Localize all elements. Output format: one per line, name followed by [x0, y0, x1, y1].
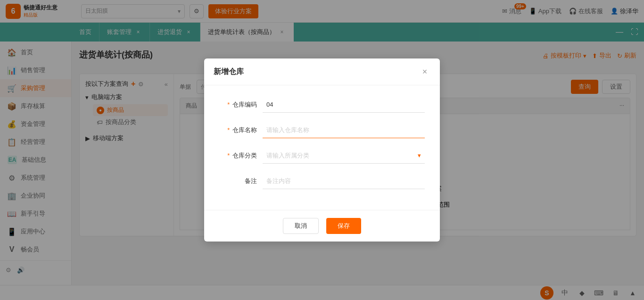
new-warehouse-dialog: 新增仓库 × * 仓库编码 * 仓库名称: [204, 58, 440, 242]
form-row-name: * 仓库名称: [219, 122, 425, 138]
required-star: *: [227, 101, 230, 108]
save-button[interactable]: 保存: [326, 218, 361, 234]
modal-overlay[interactable]: 新增仓库 × * 仓库编码 * 仓库名称: [0, 0, 644, 300]
form-row-code: * 仓库编码: [219, 97, 425, 113]
note-input[interactable]: [263, 173, 425, 189]
dialog-body: * 仓库编码 * 仓库名称 * 仓库分类 请输入: [204, 85, 440, 210]
dialog-close-button[interactable]: ×: [419, 66, 430, 77]
name-input[interactable]: [263, 122, 425, 138]
note-label: 备注: [219, 177, 257, 185]
form-row-note: 备注: [219, 173, 425, 189]
dialog-title: 新增仓库: [214, 67, 244, 77]
required-star-cat: *: [227, 152, 230, 159]
name-label: * 仓库名称: [219, 126, 257, 134]
code-input[interactable]: [263, 97, 425, 113]
category-placeholder: 请输入所属分类: [266, 151, 309, 160]
code-label: * 仓库编码: [219, 100, 257, 109]
dialog-header: 新增仓库 ×: [204, 58, 440, 85]
dialog-footer: 取消 保存: [204, 210, 440, 242]
category-dropdown-icon: ▾: [418, 152, 421, 159]
required-star-name: *: [227, 126, 230, 133]
form-row-category: * 仓库分类 请输入所属分类 ▾: [219, 148, 425, 164]
cancel-button[interactable]: 取消: [283, 218, 319, 234]
category-label: * 仓库分类: [219, 151, 257, 160]
category-select[interactable]: 请输入所属分类 ▾: [263, 148, 425, 164]
